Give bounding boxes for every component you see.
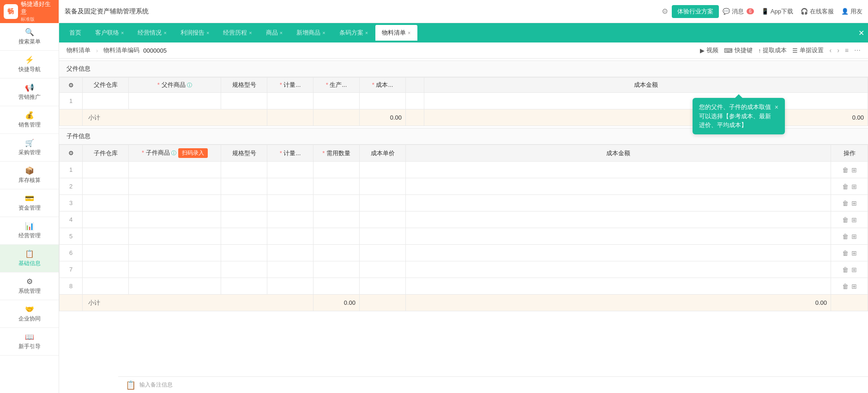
tab-close-8[interactable]: × [408,30,410,36]
child-needed-qty-7[interactable] [313,278,360,295]
sidebar-item-4[interactable]: 🛒 采购管理 [0,134,59,162]
child-cost-amount-5[interactable] [406,245,831,261]
copy-icon-6[interactable]: ⊞ [851,266,857,273]
shortcut-action[interactable]: ⌨ 快捷键 [724,46,753,54]
sidebar-item-11[interactable]: 📖 新手引导 [0,328,59,356]
app-download-action[interactable]: 📱 App下载 [761,7,793,16]
user-action[interactable]: 👤 用友 [841,7,862,16]
child-qty-unit-3[interactable] [267,212,313,228]
sidebar-item-6[interactable]: 💳 资金管理 [0,189,59,217]
parent-product-cell[interactable] [129,93,221,109]
single-settings-action[interactable]: ☰ 单据设置 [792,46,824,54]
delete-icon-2[interactable]: 🗑 [842,200,849,207]
settings-icon[interactable]: ⚙ [662,7,668,16]
child-warehouse-7[interactable] [83,278,129,295]
child-cost-amount-2[interactable] [406,195,831,212]
child-cost-amount-7[interactable] [406,278,831,295]
scan-input-button[interactable]: 扫码录入 [178,148,208,158]
child-product-4[interactable] [129,228,221,245]
sidebar-item-8[interactable]: 📋 基础信息 [0,245,59,272]
nav-tab-8[interactable]: 物料清单× [375,25,417,41]
child-needed-qty-3[interactable] [313,212,360,228]
child-cost-amount-0[interactable] [406,162,831,178]
child-product-3[interactable] [129,212,221,228]
child-product-2[interactable] [129,195,221,212]
child-cost-amount-4[interactable] [406,228,831,245]
nav-tab-2[interactable]: 经营情况× [131,25,173,41]
delete-icon-4[interactable]: 🗑 [842,233,849,240]
child-product-5[interactable] [129,245,221,261]
parent-col-settings[interactable]: ⚙ [60,78,83,93]
child-needed-qty-6[interactable] [313,261,360,278]
child-qty-unit-6[interactable] [267,261,313,278]
nav-tab-4[interactable]: 经营历程× [217,25,258,41]
tab-close-2[interactable]: × [163,30,166,36]
sidebar-item-10[interactable]: 🤝 企业协同 [0,300,59,328]
tab-close-7[interactable]: × [365,30,368,36]
parent-quantity-cell[interactable] [267,93,313,109]
child-product-1[interactable] [129,178,221,195]
parent-spec-cell[interactable] [221,93,267,109]
nav-tab-6[interactable]: 新增商品× [290,25,332,41]
delete-icon-7[interactable]: 🗑 [842,283,849,290]
child-col-settings[interactable]: ⚙ [60,145,83,162]
nav-prev-icon[interactable]: ‹ [829,47,832,54]
child-qty-unit-5[interactable] [267,245,313,261]
sidebar-item-2[interactable]: 📢 营销推广 [0,79,59,106]
more-actions-icon[interactable]: ⋯ [854,47,861,54]
child-qty-unit-1[interactable] [267,178,313,195]
child-unit-cost-1[interactable] [360,178,406,195]
child-unit-cost-7[interactable] [360,278,406,295]
experience-button[interactable]: 体验行业方案 [672,5,719,18]
child-spec-4[interactable] [221,228,267,245]
child-warehouse-0[interactable] [83,162,129,178]
child-warehouse-5[interactable] [83,245,129,261]
child-spec-1[interactable] [221,178,267,195]
child-spec-2[interactable] [221,195,267,212]
child-warehouse-2[interactable] [83,195,129,212]
delete-icon-5[interactable]: 🗑 [842,249,849,257]
child-cost-amount-6[interactable] [406,261,831,278]
delete-icon-3[interactable]: 🗑 [842,216,849,224]
child-needed-qty-2[interactable] [313,195,360,212]
child-spec-7[interactable] [221,278,267,295]
child-qty-unit-7[interactable] [267,278,313,295]
bottom-text[interactable]: 输入备注信息 [139,381,173,389]
copy-icon-4[interactable]: ⊞ [851,233,857,240]
child-qty-unit-2[interactable] [267,195,313,212]
parent-production-cell[interactable] [313,93,360,109]
child-product-7[interactable] [129,278,221,295]
tab-close-1[interactable]: × [121,30,124,36]
nav-tab-5[interactable]: 商品× [259,25,289,41]
nav-next-icon[interactable]: › [837,47,839,54]
breadcrumb-parent[interactable]: 物料清单 [66,46,90,54]
child-unit-cost-0[interactable] [360,162,406,178]
child-spec-3[interactable] [221,212,267,228]
tab-close-4[interactable]: × [249,30,252,36]
nav-tab-1[interactable]: 客户联络× [89,25,130,41]
sidebar-item-3[interactable]: 💰 销售管理 [0,106,59,134]
child-needed-qty-1[interactable] [313,178,360,195]
video-action[interactable]: ▶ 视频 [700,46,718,54]
copy-icon-1[interactable]: ⊞ [851,183,857,190]
child-needed-qty-0[interactable] [313,162,360,178]
sidebar-item-5[interactable]: 📦 库存核算 [0,162,59,189]
parent-cost-cell[interactable] [360,93,406,109]
child-warehouse-3[interactable] [83,212,129,228]
child-needed-qty-5[interactable] [313,245,360,261]
child-unit-cost-3[interactable] [360,212,406,228]
child-product-0[interactable] [129,162,221,178]
copy-icon-2[interactable]: ⊞ [851,200,857,207]
child-spec-0[interactable] [221,162,267,178]
tab-close-3[interactable]: × [206,30,209,36]
sidebar-item-7[interactable]: 📊 经营管理 [0,217,59,245]
delete-icon-1[interactable]: 🗑 [842,183,849,190]
nav-tab-7[interactable]: 条码方案× [333,25,374,41]
sidebar-item-9[interactable]: ⚙ 系统管理 [0,272,59,300]
child-spec-6[interactable] [221,261,267,278]
child-cost-amount-3[interactable] [406,212,831,228]
child-unit-cost-4[interactable] [360,228,406,245]
sidebar-item-1[interactable]: ⚡ 快捷导航 [0,51,59,79]
child-qty-unit-0[interactable] [267,162,313,178]
child-product-6[interactable] [129,261,221,278]
